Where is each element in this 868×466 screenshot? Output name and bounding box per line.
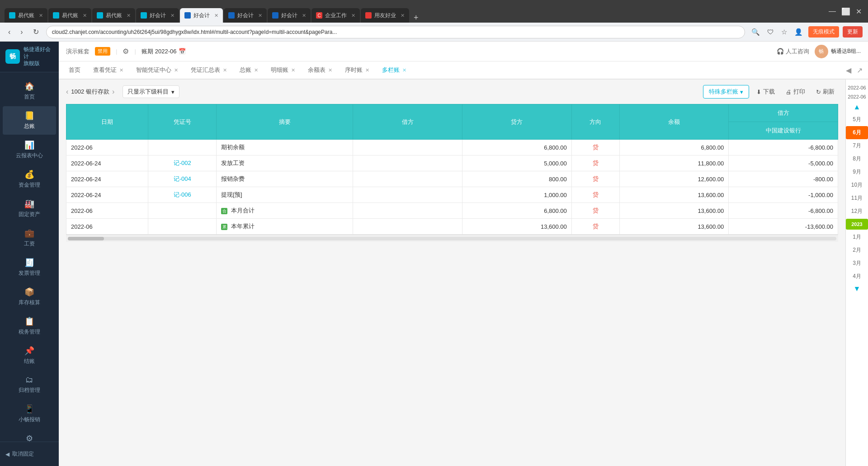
- browser-tab-6[interactable]: 好会计 ✕: [224, 8, 267, 23]
- browser-tab-4[interactable]: 好会计 ✕: [136, 8, 179, 23]
- profile-icon[interactable]: 👤: [793, 26, 805, 38]
- tab-close-multi[interactable]: ✕: [402, 67, 406, 73]
- tab-close-2[interactable]: ✕: [83, 13, 87, 19]
- tab-voucher-summary[interactable]: 凭证汇总表 ✕: [184, 61, 233, 80]
- tab-home[interactable]: 首页: [62, 61, 87, 80]
- calendar-icon[interactable]: 📅: [179, 48, 186, 55]
- refresh-button[interactable]: ↻ 刷新: [812, 85, 838, 98]
- tab-close-balance[interactable]: ✕: [328, 67, 332, 73]
- sidebar-item-settings[interactable]: ⚙ 基础设置: [3, 429, 56, 442]
- month-item-10[interactable]: 10月: [846, 179, 868, 192]
- tab-close-1[interactable]: ✕: [39, 13, 43, 19]
- month-item-11[interactable]: 11月: [846, 192, 868, 205]
- browser-tab-9[interactable]: 用友好业 ✕: [361, 8, 409, 23]
- horizontal-scrollbar[interactable]: [66, 235, 838, 242]
- next-account-button[interactable]: ›: [112, 88, 114, 96]
- tab-close-8[interactable]: ✕: [351, 13, 355, 19]
- account-settings-button[interactable]: ⚙: [123, 47, 129, 56]
- sidebar-item-assets[interactable]: 🏭 固定资产: [3, 194, 56, 223]
- month-item-1[interactable]: 1月: [846, 231, 868, 244]
- tab-close-3[interactable]: ✕: [127, 13, 131, 19]
- star-icon[interactable]: ☆: [779, 26, 789, 38]
- customer-service-button[interactable]: 🎧 人工咨询: [777, 47, 809, 56]
- shield-icon[interactable]: 🛡: [765, 26, 776, 38]
- voucher-link[interactable]: 记-002: [174, 160, 191, 166]
- tab-close-9[interactable]: ✕: [401, 13, 405, 19]
- month-item-9[interactable]: 9月: [846, 165, 868, 179]
- scroll-down-button[interactable]: ▼: [852, 283, 863, 295]
- browser-tab-1[interactable]: 易代账 ✕: [5, 8, 47, 23]
- tab-smart-vouchers[interactable]: 智能凭证中心 ✕: [130, 61, 184, 80]
- voucher-link[interactable]: 记-004: [174, 175, 191, 182]
- sidebar-item-funds[interactable]: 💰 资金管理: [3, 165, 56, 193]
- tab-balance[interactable]: 余额表 ✕: [302, 61, 339, 80]
- sidebar-item-payroll[interactable]: 💼 工资: [3, 224, 56, 252]
- tab-sequential[interactable]: 序时账 ✕: [339, 61, 376, 80]
- url-input[interactable]: [46, 26, 745, 38]
- tab-close-smart[interactable]: ✕: [174, 67, 178, 73]
- refresh-button[interactable]: ↻: [30, 26, 42, 38]
- sidebar-item-home[interactable]: 🏠 首页: [3, 77, 56, 105]
- tab-close-4[interactable]: ✕: [170, 13, 175, 19]
- browser-tab-5[interactable]: 好会计 ✕: [180, 8, 223, 23]
- update-button[interactable]: 更新: [843, 26, 863, 38]
- collapse-panel-button[interactable]: ◀: [844, 64, 853, 76]
- tab-close-6[interactable]: ✕: [258, 13, 262, 19]
- cell-credit: 13,600.00: [462, 219, 572, 235]
- prev-account-button[interactable]: ‹: [66, 88, 68, 96]
- sidebar-item-inventory[interactable]: 📦 库存核算: [3, 282, 56, 311]
- month-item-4[interactable]: 4月: [846, 270, 868, 283]
- sidebar-item-invoice[interactable]: 🧾 发票管理: [3, 253, 56, 282]
- tab-vouchers[interactable]: 查看凭证 ✕: [87, 61, 130, 80]
- close-window-button[interactable]: ✕: [854, 5, 863, 18]
- browser-tab-3[interactable]: 易代账 ✕: [92, 8, 135, 23]
- incognito-button[interactable]: 无痕模式: [808, 26, 839, 38]
- scroll-up-button[interactable]: ▲: [852, 101, 863, 113]
- cell-balance: 13,600.00: [619, 219, 729, 235]
- month-item-6[interactable]: 6月: [846, 126, 868, 139]
- search-icon[interactable]: 🔍: [750, 26, 762, 38]
- maximize-button[interactable]: ⬜: [840, 5, 852, 18]
- month-item-3[interactable]: 3月: [846, 257, 868, 270]
- special-multi-column-button[interactable]: 特殊多栏账 ▾: [703, 85, 749, 99]
- month-item-7[interactable]: 7月: [846, 139, 868, 152]
- tab-close-detail[interactable]: ✕: [291, 67, 295, 73]
- scrollbar-track: [68, 237, 836, 240]
- tab-close-5[interactable]: ✕: [214, 13, 218, 19]
- tab-close-sequential[interactable]: ✕: [365, 67, 369, 73]
- browser-tab-2[interactable]: 易代账 ✕: [48, 8, 91, 23]
- tab-general-ledger[interactable]: 总账 ✕: [233, 61, 264, 80]
- new-tab-button[interactable]: +: [410, 13, 422, 23]
- download-button[interactable]: ⬇ 下载: [753, 85, 778, 98]
- address-bar: ‹ › ↻ 🔍 🛡 ☆ 👤 无痕模式 更新: [0, 23, 868, 42]
- month-item-8[interactable]: 8月: [846, 152, 868, 165]
- month-item-2[interactable]: 2月: [846, 244, 868, 257]
- tab-multi-column[interactable]: 多栏账 ✕: [376, 61, 413, 80]
- back-button[interactable]: ‹: [5, 26, 13, 38]
- expand-panel-button[interactable]: ↗: [855, 64, 864, 76]
- tab-close-general[interactable]: ✕: [254, 67, 258, 73]
- voucher-link[interactable]: 记-006: [174, 191, 191, 198]
- sidebar-item-tax[interactable]: 📋 税务管理: [3, 312, 56, 340]
- minimize-button[interactable]: —: [827, 5, 838, 17]
- unpin-button[interactable]: ◀ 取消固定: [3, 447, 56, 461]
- browser-tab-7[interactable]: 好会计 ✕: [268, 8, 311, 23]
- sidebar-item-reports[interactable]: 📊 云报表中心: [3, 136, 56, 164]
- print-button[interactable]: 🖨 打印: [782, 85, 809, 98]
- sub-account-filter[interactable]: 只显示下级科目 ▾: [123, 85, 179, 98]
- tab-close-7[interactable]: ✕: [302, 13, 306, 19]
- tab-close-vouchers[interactable]: ✕: [119, 67, 123, 73]
- tab-detail-ledger[interactable]: 明细账 ✕: [264, 61, 302, 80]
- month-item-12[interactable]: 12月: [846, 205, 868, 218]
- sidebar-item-archive[interactable]: 🗂 归档管理: [3, 371, 56, 399]
- sidebar-item-expense[interactable]: 📱 小畅报销: [3, 400, 56, 428]
- tab-close-summary[interactable]: ✕: [223, 67, 227, 73]
- cell-voucher: 记-006: [148, 187, 217, 203]
- browser-tab-8[interactable]: C 企业工作 ✕: [311, 8, 360, 23]
- scrollbar-thumb[interactable]: [68, 237, 104, 240]
- month-item-5[interactable]: 5月: [846, 113, 868, 126]
- forward-button[interactable]: ›: [18, 26, 25, 38]
- sidebar-item-close-period[interactable]: 📌 结账: [3, 341, 56, 370]
- col-header-date: 日期: [66, 104, 148, 140]
- sidebar-item-ledger[interactable]: 📒 总账: [3, 106, 56, 135]
